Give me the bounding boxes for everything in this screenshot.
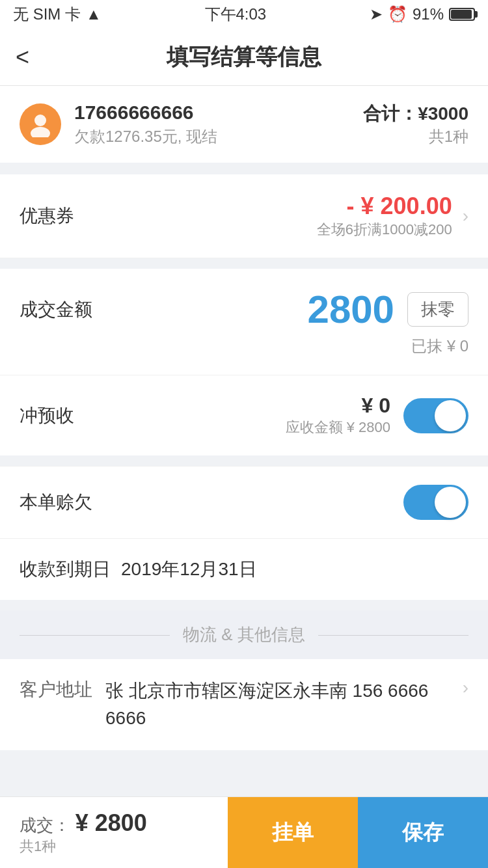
precharge-label: 冲预收 xyxy=(20,403,74,428)
customer-phone: 17666666666 xyxy=(74,102,217,124)
location-icon: ➤ xyxy=(370,5,383,23)
bottom-summary: 成交： ¥ 2800 共1种 xyxy=(0,797,228,868)
coupon-row[interactable]: 优惠券 - ¥ 200.00 全场6折满1000减200 › xyxy=(0,174,488,258)
battery-indicator xyxy=(449,8,475,21)
divider-3 xyxy=(0,455,488,466)
duedate-row: 收款到期日 2019年12月31日 xyxy=(20,557,468,582)
address-chevron-icon: › xyxy=(463,677,468,698)
debt-toggle[interactable] xyxy=(403,485,468,520)
bottom-trans-count: 共1种 xyxy=(20,837,208,856)
carrier-text: 无 SIM 卡 xyxy=(13,4,81,25)
bottom-trans-label-row: 成交： ¥ 2800 xyxy=(20,809,208,837)
round-button[interactable]: 抹零 xyxy=(407,292,468,327)
precharge-toggle[interactable] xyxy=(403,398,468,433)
alarm-icon: ⏰ xyxy=(388,5,407,23)
divider-1 xyxy=(0,164,488,174)
toggle-knob xyxy=(435,400,466,431)
main-content: 17666666666 欠款1276.35元, 现结 合计：¥3000 共1种 … xyxy=(0,86,488,868)
address-section[interactable]: 客户地址 张 北京市市辖区海淀区永丰南 156 6666 6666 › xyxy=(0,659,488,750)
svg-point-0 xyxy=(34,115,46,126)
chevron-right-icon: › xyxy=(463,206,468,226)
battery-percent: 91% xyxy=(413,5,444,23)
debt-label: 本单赊欠 xyxy=(20,490,92,515)
status-left: 无 SIM 卡 ▲ xyxy=(13,4,102,25)
precharge-right: ¥ 0 应收金额 ¥ 2800 xyxy=(286,394,468,437)
svg-point-1 xyxy=(31,127,50,137)
precharge-sub-val: 应收金额 ¥ 2800 xyxy=(286,418,390,437)
back-button[interactable]: < xyxy=(16,44,29,71)
status-right: ➤ ⏰ 91% xyxy=(370,5,475,23)
wifi-icon: ▲ xyxy=(86,5,102,23)
logistics-label-text: 物流 & 其他信息 xyxy=(170,623,318,646)
customer-left: 17666666666 欠款1276.35元, 现结 xyxy=(20,102,217,147)
time-display: 下午4:03 xyxy=(205,4,267,25)
address-label: 客户地址 xyxy=(20,677,92,702)
transaction-sub: 已抹 ¥ 0 xyxy=(20,336,468,357)
debt-toggle-knob xyxy=(435,487,466,518)
save-button[interactable]: 保存 xyxy=(358,797,488,868)
coupon-info: - ¥ 200.00 全场6折满1000减200 xyxy=(317,193,452,239)
precharge-row: 冲预收 ¥ 0 应收金额 ¥ 2800 xyxy=(20,394,468,437)
bottom-trans-amount: ¥ 2800 xyxy=(75,809,147,836)
precharge-amount: ¥ 0 应收金额 ¥ 2800 xyxy=(286,394,390,437)
transaction-label: 成交金额 xyxy=(20,297,92,322)
customer-sub: 欠款1276.35元, 现结 xyxy=(74,126,217,147)
precharge-main-val: ¥ 0 xyxy=(286,394,390,418)
total-amount: 合计：¥3000 xyxy=(363,102,468,126)
duedate-value: 2019年12月31日 xyxy=(121,557,257,582)
coupon-label: 优惠券 xyxy=(20,204,74,228)
nav-bar: < 填写结算等信息 xyxy=(0,29,488,86)
bottom-trans-label: 成交： xyxy=(20,815,70,835)
status-bar: 无 SIM 卡 ▲ 下午4:03 ➤ ⏰ 91% xyxy=(0,0,488,29)
avatar xyxy=(20,103,61,145)
logistics-section-label: 物流 & 其他信息 xyxy=(0,610,488,659)
bottom-bar: 成交： ¥ 2800 共1种 挂单 保存 xyxy=(0,796,488,868)
precharge-section: 冲预收 ¥ 0 应收金额 ¥ 2800 xyxy=(0,375,488,455)
hang-button[interactable]: 挂单 xyxy=(228,797,358,868)
total-count: 共1种 xyxy=(363,126,468,147)
coupon-desc: 全场6折满1000减200 xyxy=(317,220,452,239)
page-title: 填写结算等信息 xyxy=(167,42,321,72)
duedate-section: 收款到期日 2019年12月31日 xyxy=(0,538,488,600)
customer-info: 17666666666 欠款1276.35元, 现结 xyxy=(74,102,217,147)
amount-value-wrap: 2800 抹零 xyxy=(308,287,468,332)
divider-4 xyxy=(0,600,488,610)
address-value: 张 北京市市辖区海淀区永丰南 156 6666 6666 xyxy=(105,677,463,732)
coupon-discount: - ¥ 200.00 xyxy=(317,193,452,220)
divider-2 xyxy=(0,258,488,269)
amount-row: 成交金额 2800 抹零 xyxy=(20,287,468,332)
debt-section: 本单赊欠 xyxy=(0,466,488,538)
customer-totals: 合计：¥3000 共1种 xyxy=(363,102,468,147)
coupon-right: - ¥ 200.00 全场6折满1000减200 › xyxy=(317,193,468,239)
transaction-value: 2800 xyxy=(308,287,394,332)
customer-card: 17666666666 欠款1276.35元, 现结 合计：¥3000 共1种 xyxy=(0,86,488,163)
duedate-label: 收款到期日 xyxy=(20,557,111,582)
transaction-section: 成交金额 2800 抹零 已抹 ¥ 0 xyxy=(0,269,488,375)
